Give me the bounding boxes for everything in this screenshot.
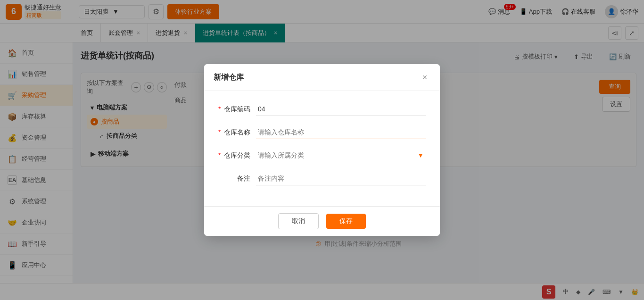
modal-close-button[interactable]: × — [419, 72, 430, 83]
modal-header: 新增仓库 × — [204, 64, 440, 91]
name-label: 仓库名称 — [218, 128, 256, 137]
category-select-input[interactable] — [258, 151, 417, 159]
category-label: 仓库分类 — [218, 151, 256, 160]
modal-body: 仓库编码 仓库名称 仓库分类 ▼ 备注 — [204, 91, 440, 206]
save-button[interactable]: 保存 — [326, 214, 366, 229]
note-label: 备注 — [218, 175, 256, 183]
chevron-down-icon3: ▼ — [417, 151, 424, 159]
warehouse-code-input[interactable] — [256, 102, 426, 116]
form-row-name: 仓库名称 — [218, 125, 426, 139]
form-row-code: 仓库编码 — [218, 102, 426, 116]
warehouse-note-input[interactable] — [256, 172, 426, 185]
warehouse-name-input[interactable] — [256, 125, 426, 139]
modal-overlay: 新增仓库 × 仓库编码 仓库名称 仓库分类 ▼ — [0, 0, 644, 300]
modal-footer: 取消 保存 — [204, 206, 440, 236]
form-row-note: 备注 — [218, 172, 426, 185]
modal-title: 新增仓库 — [214, 73, 244, 83]
new-warehouse-modal: 新增仓库 × 仓库编码 仓库名称 仓库分类 ▼ — [204, 64, 440, 236]
category-select-wrap[interactable]: ▼ — [256, 149, 426, 162]
cancel-button[interactable]: 取消 — [278, 213, 319, 229]
form-row-category: 仓库分类 ▼ — [218, 149, 426, 162]
code-label: 仓库编码 — [218, 105, 256, 114]
